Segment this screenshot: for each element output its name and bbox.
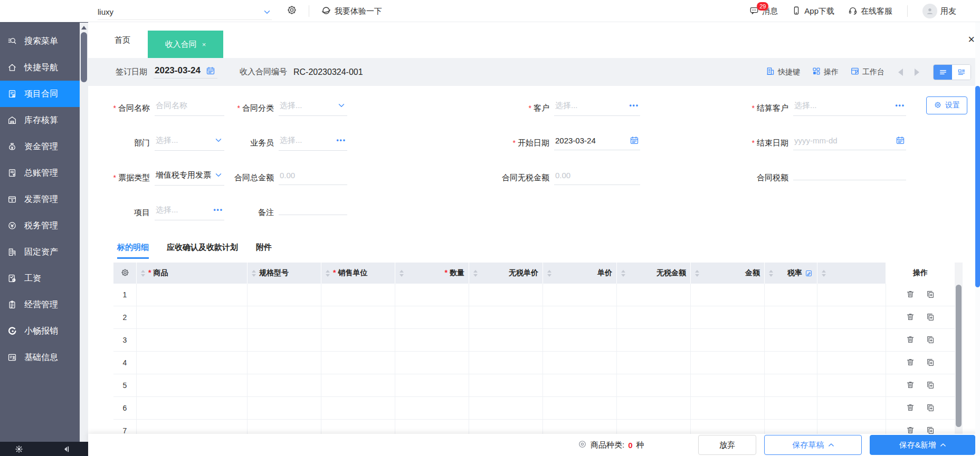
- table-cell[interactable]: [817, 352, 886, 374]
- table-cell[interactable]: [395, 374, 469, 396]
- column-header-8[interactable]: 金额: [691, 263, 765, 284]
- table-cell[interactable]: [395, 420, 469, 434]
- tab-home[interactable]: 首页: [115, 22, 130, 58]
- sidebar-item-2[interactable]: 快捷导航: [0, 54, 88, 81]
- table-cell[interactable]: [543, 374, 617, 396]
- table-cell[interactable]: [691, 374, 765, 396]
- column-settings-button[interactable]: [113, 263, 137, 284]
- table-cell[interactable]: [469, 374, 543, 396]
- table-cell[interactable]: [248, 329, 321, 351]
- table-cell[interactable]: [817, 397, 886, 419]
- sign-date-input[interactable]: 2023-03-24: [154, 65, 217, 79]
- tab-income-contract[interactable]: 收入合同 ×: [148, 31, 223, 58]
- table-cell[interactable]: [321, 374, 395, 396]
- sidebar-item-9[interactable]: 固定资产: [0, 239, 88, 265]
- sidebar-item-8[interactable]: 税务管理: [0, 212, 88, 239]
- table-cell[interactable]: [817, 329, 886, 351]
- chevron-down-icon[interactable]: [337, 101, 346, 110]
- column-header-1[interactable]: *商品: [137, 263, 248, 284]
- table-cell[interactable]: [691, 284, 765, 306]
- table-cell[interactable]: [137, 397, 248, 419]
- table-cell[interactable]: [817, 306, 886, 328]
- sort-icon[interactable]: [822, 270, 826, 277]
- field-input[interactable]: [793, 175, 906, 180]
- table-cell[interactable]: [617, 329, 691, 351]
- sort-icon[interactable]: [399, 270, 404, 277]
- sidebar-item-5[interactable]: 资金管理: [0, 133, 88, 160]
- delete-row-icon[interactable]: [906, 380, 915, 391]
- account-select[interactable]: liuxy: [98, 4, 272, 20]
- sidebar-item-11[interactable]: 经营管理: [0, 292, 88, 318]
- page-prev-icon[interactable]: [898, 69, 903, 76]
- close-icon[interactable]: ×: [968, 34, 975, 45]
- sort-icon[interactable]: [252, 270, 256, 277]
- sidebar-item-3[interactable]: 项目合同: [0, 81, 88, 107]
- sort-icon[interactable]: [621, 270, 625, 277]
- field-input[interactable]: yyyy-mm-dd: [793, 135, 906, 150]
- delete-row-icon[interactable]: [906, 312, 915, 323]
- online-service-button[interactable]: 在线客服: [848, 6, 892, 17]
- sidebar-item-6[interactable]: 总账管理: [0, 160, 88, 186]
- table-cell[interactable]: [691, 397, 765, 419]
- settings-button[interactable]: 设置: [926, 96, 967, 114]
- table-cell[interactable]: [321, 397, 395, 419]
- table-cell[interactable]: [321, 329, 395, 351]
- sort-icon[interactable]: [547, 270, 551, 277]
- copy-row-icon[interactable]: [926, 425, 935, 434]
- table-cell[interactable]: [817, 284, 886, 306]
- tab-close-icon[interactable]: ×: [202, 41, 206, 48]
- page-scrollbar[interactable]: [975, 22, 980, 456]
- table-cell[interactable]: [137, 420, 248, 434]
- copy-row-icon[interactable]: [926, 289, 935, 300]
- table-cell[interactable]: [617, 306, 691, 328]
- field-input[interactable]: 选择...: [279, 101, 347, 116]
- table-cell[interactable]: [765, 374, 817, 396]
- ellipsis-icon[interactable]: •••: [895, 102, 905, 109]
- table-cell[interactable]: [321, 306, 395, 328]
- table-cell[interactable]: [469, 420, 543, 434]
- save-and-new-button[interactable]: 保存&新增: [870, 435, 975, 455]
- field-input[interactable]: 0.00: [554, 171, 640, 185]
- actions-button[interactable]: 操作: [812, 66, 839, 77]
- table-cell[interactable]: [543, 284, 617, 306]
- edit-column-icon[interactable]: [805, 269, 813, 277]
- user-menu[interactable]: 用友: [922, 4, 956, 18]
- experience-link[interactable]: 我要体验一下: [321, 5, 382, 17]
- save-draft-button[interactable]: 保存草稿: [764, 435, 862, 455]
- calendar-icon[interactable]: [630, 135, 639, 145]
- table-cell[interactable]: [137, 306, 248, 328]
- column-header-7[interactable]: 无税金额: [617, 263, 691, 284]
- page-next-icon[interactable]: [915, 69, 919, 76]
- table-cell[interactable]: [395, 306, 469, 328]
- list-view-button[interactable]: [934, 65, 952, 80]
- table-cell[interactable]: [469, 329, 543, 351]
- calendar-icon[interactable]: [206, 66, 215, 75]
- table-cell[interactable]: [395, 284, 469, 306]
- field-input[interactable]: 增值税专用发票: [155, 170, 224, 186]
- table-cell[interactable]: [617, 397, 691, 419]
- table-cell[interactable]: [691, 420, 765, 434]
- sort-icon[interactable]: [326, 270, 330, 277]
- table-cell[interactable]: [321, 352, 395, 374]
- table-cell[interactable]: [137, 329, 248, 351]
- table-cell[interactable]: [617, 374, 691, 396]
- sort-icon[interactable]: [473, 270, 478, 277]
- discard-button[interactable]: 放弃: [698, 435, 756, 455]
- sort-icon[interactable]: [769, 270, 773, 277]
- page-scroll-thumb[interactable]: [975, 86, 980, 287]
- table-cell[interactable]: [617, 352, 691, 374]
- detail-tab-3[interactable]: 附件: [256, 240, 272, 253]
- table-cell[interactable]: [248, 397, 321, 419]
- table-cell[interactable]: [543, 306, 617, 328]
- sidebar-item-13[interactable]: 基础信息: [0, 344, 88, 371]
- sort-icon[interactable]: [141, 270, 145, 277]
- table-cell[interactable]: [691, 352, 765, 374]
- sidebar-item-1[interactable]: 搜索菜单: [0, 28, 88, 54]
- chevron-down-icon[interactable]: [214, 135, 223, 145]
- ellipsis-icon[interactable]: •••: [629, 102, 639, 109]
- column-header-6[interactable]: 单价: [543, 263, 617, 284]
- ellipsis-icon[interactable]: •••: [213, 206, 223, 214]
- table-cell[interactable]: [543, 329, 617, 351]
- table-scrollbar[interactable]: [955, 263, 963, 434]
- table-cell[interactable]: [543, 420, 617, 434]
